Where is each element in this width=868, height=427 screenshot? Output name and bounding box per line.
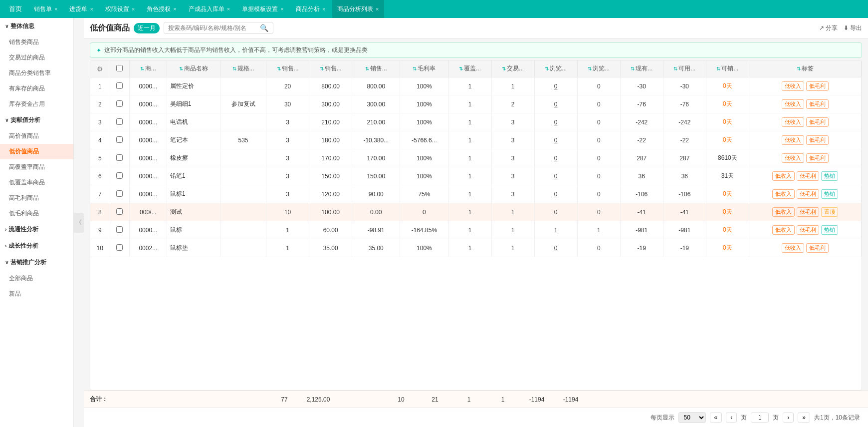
sidebar-item-high-profit[interactable]: 高毛利商品: [0, 190, 73, 206]
sort-sales-profit-icon[interactable]: ⇅: [365, 66, 369, 71]
cell-browse1[interactable]: 1: [534, 221, 577, 239]
sort-trades-icon[interactable]: ⇅: [502, 66, 506, 71]
browse1-link[interactable]: 0: [554, 83, 558, 90]
search-input[interactable]: [168, 24, 258, 31]
row-checkbox[interactable]: [116, 82, 123, 89]
cell-checkbox[interactable]: [110, 221, 129, 239]
nav-product-analysis[interactable]: 商品分析 ×: [291, 0, 330, 18]
browse1-link[interactable]: 0: [554, 137, 558, 144]
cell-name[interactable]: 鼠标: [167, 221, 220, 239]
search-icon[interactable]: 🔍: [260, 24, 268, 32]
col-tags[interactable]: ⇅标签: [749, 60, 861, 77]
col-checkbox[interactable]: [110, 60, 129, 77]
first-page-button[interactable]: «: [710, 413, 722, 423]
sidebar-item-high-coverage[interactable]: 高覆盖率商品: [0, 159, 73, 175]
page-input[interactable]: [751, 413, 769, 423]
row-checkbox[interactable]: [116, 190, 123, 197]
cell-browse1[interactable]: 0: [534, 77, 577, 95]
sidebar-item-new-products[interactable]: 新品: [0, 286, 73, 302]
time-badge[interactable]: 近一月: [134, 23, 160, 33]
browse1-link[interactable]: 0: [554, 173, 558, 180]
next-page-button[interactable]: ›: [783, 413, 794, 423]
sidebar-item-low-coverage[interactable]: 低覆盖率商品: [0, 175, 73, 190]
nav-template[interactable]: 单据模板设置 ×: [237, 0, 288, 18]
sort-sellable-icon[interactable]: ⇅: [716, 66, 720, 71]
sort-sales-qty-icon[interactable]: ⇅: [277, 66, 281, 71]
nav-inventory[interactable]: 产成品入库单 ×: [184, 0, 235, 18]
sidebar-item-low-value[interactable]: 低价值商品: [0, 144, 73, 159]
cell-browse1[interactable]: 0: [534, 185, 577, 203]
sidebar-item-sales-products[interactable]: 销售类商品: [0, 34, 73, 50]
sort-spec-icon[interactable]: ⇅: [232, 66, 236, 71]
browse1-link[interactable]: 0: [554, 209, 558, 216]
cell-name[interactable]: 测试: [167, 203, 220, 221]
export-button[interactable]: ⬇ 导出: [844, 24, 862, 32]
nav-purchase[interactable]: 进货单 ×: [64, 0, 98, 18]
nav-product-list[interactable]: 商品分析列表 ×: [332, 0, 384, 18]
cell-checkbox[interactable]: [110, 203, 129, 221]
row-checkbox[interactable]: [116, 172, 123, 179]
browse1-link[interactable]: 1: [554, 227, 558, 234]
col-sales-profit[interactable]: ⇅销售...: [352, 60, 400, 77]
sidebar-item-traded[interactable]: 交易过的商品: [0, 50, 73, 65]
close-purchase-icon[interactable]: ×: [90, 6, 93, 12]
sidebar-group-overall[interactable]: ∨ 整体信息: [0, 18, 73, 34]
close-product-list-icon[interactable]: ×: [376, 6, 379, 12]
row-checkbox[interactable]: [116, 208, 123, 215]
prev-page-button[interactable]: ‹: [726, 413, 737, 423]
close-inventory-icon[interactable]: ×: [227, 6, 230, 12]
col-available[interactable]: ⇅可用...: [663, 60, 706, 77]
close-role-icon[interactable]: ×: [173, 6, 176, 12]
sort-browse1-icon[interactable]: ⇅: [545, 66, 549, 71]
cell-name[interactable]: 铅笔1: [167, 167, 220, 185]
close-permission-icon[interactable]: ×: [132, 6, 135, 12]
sort-gross-rate-icon[interactable]: ⇅: [413, 66, 417, 71]
sort-stock-icon[interactable]: ⇅: [631, 66, 635, 71]
cell-name[interactable]: 电话机: [167, 113, 220, 131]
last-page-button[interactable]: »: [798, 413, 810, 423]
col-stock[interactable]: ⇅现有...: [620, 60, 663, 77]
row-checkbox[interactable]: [116, 244, 123, 251]
cell-checkbox[interactable]: [110, 239, 129, 257]
cell-browse1[interactable]: 0: [534, 131, 577, 149]
nav-home[interactable]: 首页: [4, 0, 27, 18]
cell-name[interactable]: 鼠标1: [167, 185, 220, 203]
browse1-link[interactable]: 0: [554, 101, 558, 108]
sidebar-item-stock-capital[interactable]: 库存资金占用: [0, 96, 73, 112]
share-button[interactable]: ↗ 分享: [819, 24, 838, 32]
col-sellable[interactable]: ⇅可销...: [706, 60, 749, 77]
cell-browse1[interactable]: 0: [534, 203, 577, 221]
col-code[interactable]: ⇅商...: [129, 60, 167, 77]
sidebar-item-category-rate[interactable]: 商品分类销售率: [0, 65, 73, 81]
sidebar-group-contribution[interactable]: ∨ 贡献值分析: [0, 112, 73, 128]
sidebar-item-low-profit[interactable]: 低毛利商品: [0, 206, 73, 221]
close-product-analysis-icon[interactable]: ×: [322, 6, 325, 12]
sort-sales-amt-icon[interactable]: ⇅: [320, 66, 324, 71]
col-spec[interactable]: ⇅规格...: [220, 60, 266, 77]
cell-checkbox[interactable]: [110, 185, 129, 203]
sidebar-item-high-value[interactable]: 高价值商品: [0, 128, 73, 144]
sidebar-group-growth[interactable]: › 成长性分析: [0, 238, 73, 254]
col-browse2[interactable]: ⇅浏览...: [577, 60, 620, 77]
nav-permission[interactable]: 权限设置 ×: [100, 0, 140, 18]
row-checkbox[interactable]: [116, 136, 123, 143]
cell-checkbox[interactable]: [110, 113, 129, 131]
sort-coverage-icon[interactable]: ⇅: [459, 66, 463, 71]
row-checkbox[interactable]: [116, 118, 123, 125]
cell-browse1[interactable]: 0: [534, 149, 577, 167]
select-all-checkbox[interactable]: [116, 65, 123, 71]
col-sales-qty[interactable]: ⇅销售...: [266, 60, 309, 77]
nav-role[interactable]: 角色授权 ×: [142, 0, 181, 18]
col-gross-rate[interactable]: ⇅毛利率: [400, 60, 448, 77]
cell-name[interactable]: 吴细细1: [167, 95, 220, 113]
close-sales-icon[interactable]: ×: [54, 6, 57, 12]
sort-code-icon[interactable]: ⇅: [140, 66, 144, 71]
browse1-link[interactable]: 0: [554, 245, 558, 252]
gear-icon[interactable]: ⚙: [97, 65, 103, 73]
col-sales-amt[interactable]: ⇅销售...: [309, 60, 352, 77]
col-coverage[interactable]: ⇅覆盖...: [448, 60, 491, 77]
cell-name[interactable]: 鼠标垫: [167, 239, 220, 257]
sidebar-item-all-products[interactable]: 全部商品: [0, 271, 73, 286]
browse1-link[interactable]: 0: [554, 155, 558, 162]
row-checkbox[interactable]: [116, 154, 123, 161]
